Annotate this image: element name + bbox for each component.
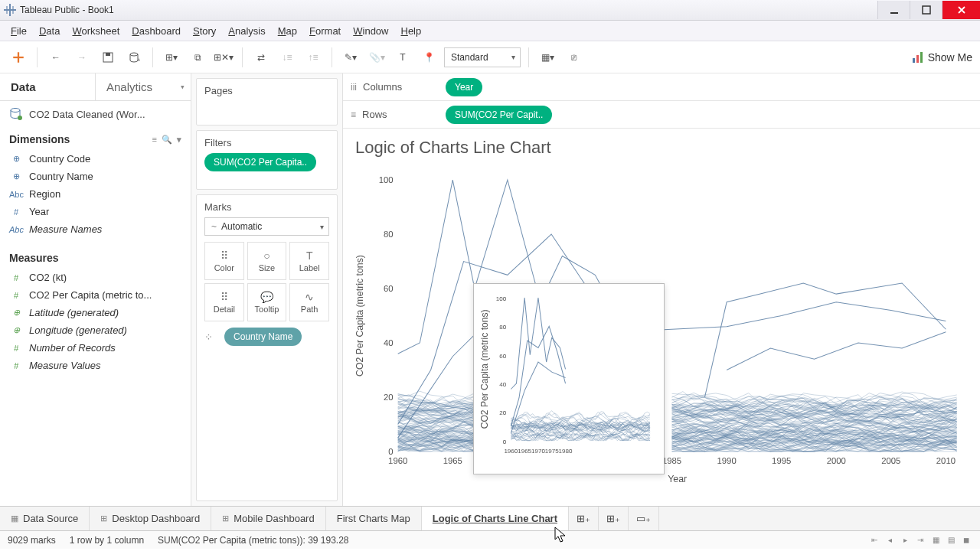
menu-icon[interactable]: ▾ [177,135,181,145]
marks-type-dropdown[interactable]: Automatic [204,217,329,236]
svg-text:1975: 1975 [545,448,559,455]
tab-analytics[interactable]: Analytics [95,73,191,100]
redo-button[interactable]: → [71,47,93,68]
color-icon: ⠿ [220,249,228,262]
search-icon[interactable]: 🔍 [162,135,172,145]
filters-shelf[interactable]: Filters SUM(CO2 Per Capita.. [196,130,338,190]
svg-text:20: 20 [384,393,394,402]
chart-area[interactable]: 0204060801001960196519701975198019851990… [343,161,980,506]
sheet-tab[interactable]: Logic of Charts Line Chart [422,507,569,530]
dimension-field[interactable]: ⊕Country Name [0,168,191,185]
menu-file[interactable]: File [6,22,31,40]
thumbnail-preview: 02040608010019601965197019751980CO2 Per … [473,283,665,474]
columns-pill[interactable]: Year [446,78,482,96]
new-datasource-button[interactable]: + [123,47,145,68]
sort-asc-button[interactable]: ↓≡ [276,47,298,68]
sheet-tab[interactable]: ⊞Desktop Dashboard [90,507,211,530]
presentation-button[interactable]: ⎚ [563,47,584,68]
rows-shelf[interactable]: ≡Rows SUM(CO2 Per Capit.. [343,101,980,129]
show-me-button[interactable]: Show Me [913,51,972,64]
menu-format[interactable]: Format [305,22,345,40]
save-button[interactable] [97,47,119,68]
dimension-field[interactable]: AbcRegion [0,185,191,203]
undo-button[interactable]: ← [45,47,67,68]
svg-text:20: 20 [499,409,506,416]
datasource-item[interactable]: CO2 Data Cleaned (Wor... [0,101,191,127]
menu-data[interactable]: Data [34,22,64,40]
mark-color-button[interactable]: ⠿Color [204,242,244,280]
mark-tooltip-button[interactable]: 💬Tooltip [247,283,287,321]
close-button[interactable] [942,1,980,19]
new-story-tab[interactable]: ▭₊ [629,507,659,530]
highlight-button[interactable]: ✎▾ [340,47,361,68]
show-cards-button[interactable]: ▦▾ [537,47,558,68]
view-tabs-icon[interactable]: ▦ [929,534,942,546]
minimize-button[interactable] [877,1,910,19]
menu-dashboard[interactable]: Dashboard [127,22,185,40]
view-filmstrip-icon[interactable]: ▤ [945,534,957,546]
group-button[interactable]: 📎▾ [366,47,387,68]
menu-worksheet[interactable]: Worksheet [67,22,124,40]
measure-field[interactable]: #Number of Records [0,339,191,357]
clear-button[interactable]: ⊞✕▾ [213,47,234,68]
sort-desc-button[interactable]: ↑≡ [302,47,324,68]
new-worksheet-button[interactable]: ⊞▾ [161,47,182,68]
svg-point-10 [130,53,138,56]
measure-field[interactable]: #CO2 Per Capita (metric to... [0,286,191,304]
duplicate-button[interactable]: ⧉ [187,47,208,68]
new-worksheet-tab[interactable]: ⊞₊ [569,507,599,530]
nav-first-icon[interactable]: ⇤ [868,534,880,546]
rows-icon: ≡ [351,109,356,120]
tab-data[interactable]: Data [0,73,95,100]
menu-map[interactable]: Map [273,22,302,40]
filter-pill[interactable]: SUM(CO2 Per Capita.. [204,153,316,171]
rows-pill[interactable]: SUM(CO2 Per Capit.. [446,106,552,124]
svg-text:100: 100 [379,175,394,184]
swap-button[interactable]: ⇄ [250,47,272,68]
new-dashboard-tab[interactable]: ⊞₊ [599,507,629,530]
svg-text:+: + [137,57,140,64]
svg-text:60: 60 [384,284,394,293]
mark-path-button[interactable]: ∿Path [289,283,329,321]
dimension-field[interactable]: ⊕Country Code [0,150,191,168]
nav-prev-icon[interactable]: ◂ [884,534,896,546]
tableau-logo-icon[interactable] [8,47,29,68]
nav-last-icon[interactable]: ⇥ [914,534,926,546]
menu-analysis[interactable]: Analysis [224,22,270,40]
sheet-tab[interactable]: First Charts Map [326,507,422,530]
menu-story[interactable]: Story [188,22,220,40]
pages-shelf[interactable]: Pages [196,78,338,126]
mark-detail-button[interactable]: ⠿Detail [204,283,244,321]
dimension-field[interactable]: #Year [0,203,191,220]
measure-field[interactable]: #Measure Values [0,357,191,374]
svg-rect-13 [916,55,919,63]
window-titlebar: Tableau Public - Book1 [0,0,980,21]
svg-rect-1 [4,9,16,11]
field-type-icon: Abc [9,225,23,234]
dimension-field[interactable]: AbcMeasure Names [0,220,191,238]
labels-button[interactable]: T [392,47,413,68]
mark-label-button[interactable]: TLabel [289,242,329,280]
measure-field[interactable]: ⊕Longitude (generated) [0,321,191,339]
menu-help[interactable]: Help [396,22,426,40]
maximize-button[interactable] [910,1,942,19]
view-sorter-icon[interactable]: ◼ [960,534,972,546]
columns-shelf[interactable]: iiiColumns Year [343,73,980,101]
menu-window[interactable]: Window [348,22,393,40]
measure-field[interactable]: ⊕Latitude (generated) [0,304,191,321]
status-marks: 9029 marks [8,535,56,546]
viz-title[interactable]: Logic of Charts Line Chart [343,129,980,161]
measure-field[interactable]: #CO2 (kt) [0,269,191,286]
svg-text:80: 80 [499,324,506,331]
nav-next-icon[interactable]: ▸ [899,534,911,546]
mark-size-button[interactable]: ○Size [247,242,287,280]
fit-dropdown[interactable]: Standard [444,47,521,67]
detail-pill[interactable]: Country Name [224,328,302,346]
field-type-icon: ⊕ [9,154,23,164]
view-list-icon[interactable]: ≡ [152,135,157,145]
menu-bar: File Data Worksheet Dashboard Story Anal… [0,21,980,41]
sheet-tab[interactable]: ▦Data Source [0,507,90,530]
svg-text:40: 40 [499,381,506,388]
sheet-tab[interactable]: ⊞Mobile Dashboard [211,507,326,530]
pin-button[interactable]: 📍 [418,47,439,68]
